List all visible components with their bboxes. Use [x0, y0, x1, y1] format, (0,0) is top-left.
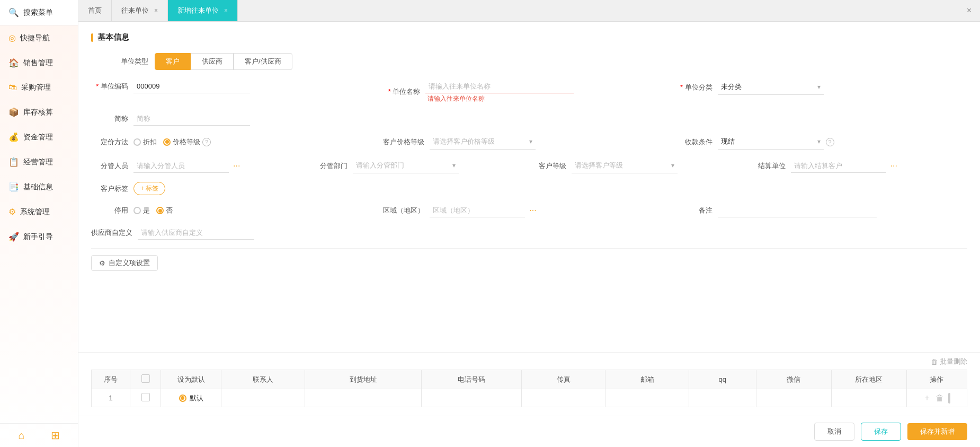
field-customer-price-level: 客户价格等级 请选择客户价格等级 ▾: [383, 134, 675, 150]
row-checkbox[interactable]: [141, 393, 150, 401]
tab-contacts-close[interactable]: ×: [154, 7, 158, 14]
short-name-input[interactable]: [133, 112, 250, 126]
sidebar-item-quick-nav[interactable]: ◎ 快捷导航: [0, 25, 78, 50]
remark-input[interactable]: [718, 204, 877, 217]
cell-fax-input[interactable]: [542, 394, 585, 402]
home-icon[interactable]: ⌂: [18, 430, 24, 442]
row-add-btn[interactable]: ＋: [923, 392, 931, 404]
unit-category-select[interactable]: 未分类 ▾: [718, 80, 824, 95]
field-unit-category: 单位分类 未分类 ▾: [675, 80, 967, 95]
disable-no-option[interactable]: 否: [156, 206, 173, 215]
sidebar-item-purchase[interactable]: 🛍 采购管理: [0, 75, 78, 100]
quick-nav-icon: ◎: [8, 33, 16, 43]
field-unit-name: 单位名称 请输入往来单位名称: [383, 80, 675, 103]
tab-new-contact[interactable]: 新增往来单位 ×: [168, 0, 238, 21]
unit-category-value: 未分类: [721, 82, 815, 92]
region-input[interactable]: [430, 204, 525, 217]
disable-radio-group: 是 否: [133, 206, 173, 215]
save-new-button[interactable]: 保存并新增: [907, 423, 967, 440]
sidebar-search-label: 搜索菜单: [23, 8, 53, 17]
th-phone: 电话号码: [422, 370, 522, 389]
batch-delete-button[interactable]: 🗑 批量删除: [931, 357, 967, 366]
pricing-discount-radio[interactable]: [133, 138, 141, 146]
sidebar-item-basic-info[interactable]: 📑 基础信息: [0, 174, 78, 199]
cell-region-input[interactable]: [850, 394, 887, 402]
supervisor-input[interactable]: [133, 159, 229, 173]
disable-yes-option[interactable]: 是: [133, 206, 150, 215]
grid-icon[interactable]: ⊞: [51, 429, 60, 442]
field-disable: 停用 是 否: [91, 206, 383, 215]
cancel-button[interactable]: 取消: [814, 423, 854, 441]
row-supervisor: 分管人员 ··· 分管部门 请输入分管部门 ▾ 客户等级 请选择客户等级 ▾: [91, 158, 967, 173]
customer-price-level-select[interactable]: 请选择客户价格等级 ▾: [430, 134, 536, 150]
unit-code-input[interactable]: [133, 80, 250, 93]
row-delete-btn[interactable]: 🗑: [936, 393, 944, 403]
payment-terms-help-icon[interactable]: ?: [826, 138, 834, 146]
save-button[interactable]: 保存: [861, 423, 901, 441]
tab-home[interactable]: 首页: [78, 0, 112, 21]
department-select[interactable]: 请输入分管部门 ▾: [353, 158, 459, 173]
close-all-button[interactable]: ×: [958, 6, 980, 15]
cell-qq-input[interactable]: [707, 394, 738, 402]
basic-info-icon: 📑: [8, 182, 19, 192]
sidebar-item-finance[interactable]: 💰 资金管理: [0, 125, 78, 150]
cell-email-input[interactable]: [626, 394, 669, 402]
field-remark: 备注: [675, 204, 967, 217]
custom-settings-button[interactable]: ⚙ 自定义项设置: [91, 255, 158, 271]
pricing-discount-option[interactable]: 折扣: [133, 137, 157, 147]
tab-contacts-label: 往来单位: [121, 6, 149, 15]
add-tag-button[interactable]: + 标签: [133, 182, 165, 195]
field-pricing-method: 定价方法 折扣 价格等级 ?: [91, 137, 383, 147]
pricing-level-option[interactable]: 价格等级: [163, 137, 200, 147]
customer-level-label: 客户等级: [529, 161, 572, 171]
tab-new-contact-close[interactable]: ×: [224, 7, 228, 14]
row-default-label: 默认: [190, 393, 203, 403]
pricing-level-radio[interactable]: [163, 138, 171, 146]
th-actions: 操作: [906, 370, 967, 389]
field-unit-code: 单位编码: [91, 80, 383, 93]
settlement-unit-more-btn[interactable]: ···: [888, 161, 899, 171]
supervisor-more-btn[interactable]: ···: [231, 161, 242, 171]
sidebar-item-system[interactable]: ⚙ 系统管理: [0, 199, 78, 224]
sidebar-item-inventory[interactable]: 📦 库存核算: [0, 100, 78, 125]
payment-terms-select[interactable]: 现结 ▾: [718, 134, 824, 150]
pricing-help-icon[interactable]: ?: [202, 138, 211, 146]
sidebar: 🔍 搜索菜单 ◎ 快捷导航 🏠 销售管理 🛍 采购管理 📦 库存核算 💰 资金管…: [0, 0, 78, 447]
settlement-unit-input[interactable]: [791, 159, 886, 173]
customer-level-select[interactable]: 请选择客户等级 ▾: [572, 158, 678, 173]
sidebar-item-sales[interactable]: 🏠 销售管理: [0, 50, 78, 75]
sidebar-label-beginner: 新手引导: [23, 232, 53, 242]
purchase-icon: 🛍: [8, 83, 17, 92]
field-short-name: 简称: [91, 112, 967, 126]
disable-yes-radio[interactable]: [133, 207, 141, 214]
select-all-checkbox[interactable]: [141, 374, 150, 383]
region-more-btn[interactable]: ···: [527, 206, 538, 215]
field-customer-level: 客户等级 请选择客户等级 ▾: [529, 158, 749, 173]
cell-wechat-input[interactable]: [775, 394, 812, 402]
department-arrow: ▾: [452, 162, 456, 169]
row-default-radio[interactable]: [179, 395, 186, 402]
unit-name-input[interactable]: [425, 80, 574, 93]
batch-delete-icon: 🗑: [931, 358, 938, 366]
type-btn-supplier[interactable]: 供应商: [191, 53, 234, 70]
cell-qq: [689, 389, 756, 407]
type-btn-both[interactable]: 客户/供应商: [234, 53, 292, 70]
cell-default: 默认: [161, 389, 221, 407]
th-region: 所在地区: [831, 370, 906, 389]
sidebar-search[interactable]: 🔍 搜索菜单: [0, 0, 78, 25]
cell-phone-input[interactable]: [445, 394, 498, 402]
tab-contacts[interactable]: 往来单位 ×: [112, 0, 168, 21]
row-unit-info: 单位编码 单位名称 请输入往来单位名称 单位分类 未分类: [91, 80, 967, 103]
cell-address-input[interactable]: [332, 394, 395, 402]
type-btn-customer[interactable]: 客户: [155, 53, 191, 70]
cell-contact-input[interactable]: [242, 394, 284, 402]
sidebar-item-beginner[interactable]: 🚀 新手引导: [0, 224, 78, 249]
th-wechat: 微信: [756, 370, 831, 389]
disable-no-radio[interactable]: [156, 207, 164, 214]
customer-level-arrow: ▾: [671, 162, 674, 169]
pricing-radio-group: 折扣 价格等级: [133, 137, 200, 147]
cell-phone: [422, 389, 522, 407]
sidebar-item-operations[interactable]: 📋 经营管理: [0, 150, 78, 174]
supplier-custom-input[interactable]: [138, 226, 254, 240]
tab-bar: 首页 往来单位 × 新增往来单位 × ×: [78, 0, 980, 22]
